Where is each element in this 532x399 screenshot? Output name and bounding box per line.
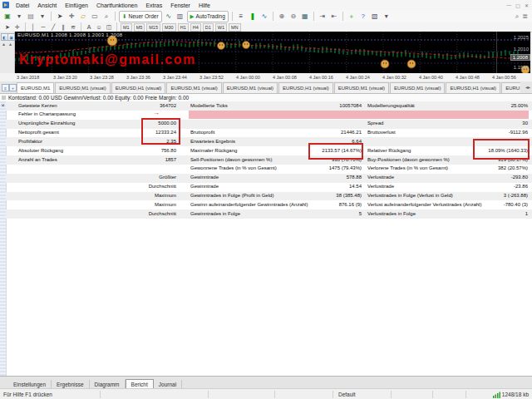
close-icon[interactable]: ✕ [525,2,529,8]
status-traffic: 1248/18 kb [493,392,529,398]
profiles-dropdown-icon[interactable]: ▾ [37,12,47,22]
new-chart-icon[interactable]: ▣ [2,12,12,22]
toolbar-separator [232,12,233,21]
profiles-icon: ▤ [27,12,34,20]
price-tick-label: 1.2010 [514,47,529,52]
period-button-d1[interactable]: D1 [203,23,214,32]
new-order-button[interactable]: ⬇Neuer Order [119,11,162,22]
chart-window-icon[interactable]: ▥ [175,12,185,22]
menu-ansicht[interactable]: Ansicht [33,2,61,8]
scroll-up-icon[interactable]: ▲ [2,42,6,47]
templates-dropdown-icon[interactable]: ▾ [382,12,392,22]
report-row: Getestete Kerzen364702Modellierte Ticks1… [6,101,532,111]
shapes-tool-icon[interactable]: ◫ [105,23,114,32]
indicators-icon[interactable]: ∿ [164,12,174,22]
frame-icon[interactable]: ▭ [90,12,100,22]
profiles-icon[interactable]: ▤ [26,12,36,22]
tab-new-icon[interactable]: + [9,84,17,91]
time-tick-label: 4 Jan 00:40 [419,75,443,80]
report-row: Fehler in Chartanpassung [6,111,532,120]
cursor-icon[interactable]: ➤ [55,12,65,22]
price-chart[interactable]: EURUSD,M1 1.2008 1.2008 1.2003 1.2008 Kr… [15,32,530,73]
chart-tab[interactable]: EURUSD,M1 (visual) [166,82,221,93]
chart-tab[interactable]: EURUSD,M1 (visual) [334,82,389,93]
report-label: Gewinntrades in Folge [190,211,240,216]
report-value: Maximum [97,193,176,198]
cursor-tool-icon[interactable]: ➤ [3,23,12,32]
inspect-icon: ⌕ [105,12,108,21]
fibonacci-tool-icon[interactable]: ≋ [69,23,78,32]
chart-dropdown-icon[interactable]: ▾ [14,12,24,22]
bar-chart-icon[interactable]: ≡ [236,12,246,22]
tab-scroll-icons[interactable]: ◂▸ [525,84,530,90]
account-status-text: Kontostand: 0.00 USD Gewinn/Verlust: 0.0… [8,95,189,101]
report-label: Anzahl an Trades [18,157,57,162]
menu-einfügen[interactable]: Einfügen [61,2,92,8]
toolbar-right-icons: ⌕≣ [515,12,532,21]
report-label: Gewinntrades in Folge (Profit in Geld) [190,193,273,198]
candle-chart-icon[interactable]: ❚ [248,12,258,22]
report-label: Nettoprofit gesamt [18,130,59,135]
chart-tab[interactable]: EURUSD,M1 [17,82,54,93]
period-button-h4[interactable]: H4 [190,23,201,32]
templates-icon[interactable]: ▧ [370,12,380,22]
line-chart-icon: ∿ [261,12,267,20]
hline-tool-icon[interactable]: ─ [39,23,48,32]
menu-hilfe[interactable]: Hilfe [195,2,214,8]
chart-shift-icon[interactable]: ⇤ [329,12,339,22]
chart-tab[interactable]: EURUSD,H1 (visual) [111,82,166,93]
chart-tab[interactable]: EURUSD,M1 (visual) [501,82,520,93]
menu-chartfunktionen[interactable]: Chartfunktionen [92,2,141,8]
chart-tab[interactable]: EURUSD,M1 (visual) [55,82,110,93]
toolbar-separator [25,22,26,32]
zoom-out-icon[interactable]: ⊖ [288,12,298,22]
menu-fenster[interactable]: Fenster [166,2,195,8]
vline-tool-icon[interactable]: │ [29,23,38,32]
chart-tab[interactable]: EURUSD,M1 (visual) [223,82,278,93]
autotrading-button[interactable]: ▶AutoTrading [187,11,229,22]
chart-tab[interactable]: EURUSD,H1 (visual) [446,82,500,93]
zoom-in-icon[interactable]: ⊕ [277,12,287,22]
scroll-up-icon[interactable]: ▲ [8,42,12,47]
report-label: Ursprüngliche Einzahlung [18,121,75,126]
report-label: Profitfaktor [18,139,42,144]
period-button-h1[interactable]: H1 [178,23,189,32]
menu-extras[interactable]: Extras [141,2,166,8]
panel-grip-icon [2,96,6,100]
line-chart-icon[interactable]: ∿ [259,12,269,22]
text-tool-icon[interactable]: A [85,23,94,32]
toolbox-icon[interactable]: ≣ [522,12,528,21]
crosshair-tool-icon[interactable]: ✛ [13,23,22,32]
frame-icon: ▭ [91,12,98,20]
arrows-tool-icon[interactable]: ☺ [95,23,104,32]
navigator-toggle-icon[interactable]: ▣ [7,33,15,41]
tab-list-icon[interactable]: ≡ [2,84,9,91]
minimize-icon[interactable]: — [506,2,511,8]
help-globe-icon: ? [362,12,365,20]
period-button-w1[interactable]: W1 [215,23,227,32]
auto-scroll-icon[interactable]: ⇥ [318,12,328,22]
crosshair-icon[interactable]: ✛ [66,12,76,22]
period-button-m5[interactable]: M5 [134,23,145,32]
search-icon[interactable]: ⌕ [515,12,519,21]
period-button-m15[interactable]: M15 [146,23,160,32]
maximize-icon[interactable]: ▢ [515,2,520,8]
tile-windows-icon: ▦ [302,12,308,20]
period-button-mn[interactable]: MN [229,23,241,32]
help-globe-icon[interactable]: ? [358,12,368,22]
menu-datei[interactable]: Datei [12,2,33,8]
tile-windows-icon[interactable]: ▦ [300,12,310,22]
tester-panel: ✕ Getestete Kerzen364702Modellierte Tick… [0,101,532,376]
period-button-m1[interactable]: M1 [121,23,132,32]
period-button-m30[interactable]: M30 [162,23,176,32]
add-indicator-icon[interactable]: ＋ [347,12,357,22]
time-tick-label: 4 Jan 00:32 [382,75,406,80]
inspect-icon[interactable]: ⌕ [101,12,111,22]
chart-tab[interactable]: EURUSD,M1 (visual) [390,82,445,93]
toolbar-separator [342,12,343,21]
status-profile[interactable]: Default [338,392,356,397]
trendline-tool-icon[interactable]: ╱ [49,23,58,32]
draw-icon[interactable]: ▱ [78,12,88,22]
channel-tool-icon[interactable]: ∥ [59,23,68,32]
chart-tab[interactable]: EURUSD,H1 (visual) [278,82,333,93]
